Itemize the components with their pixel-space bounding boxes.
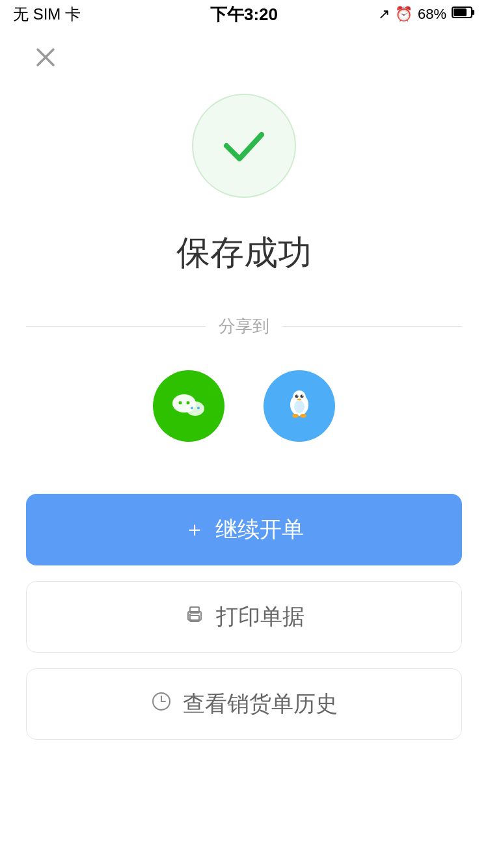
svg-point-20: [294, 400, 305, 413]
divider-right: [282, 326, 462, 327]
qq-icon: [278, 385, 320, 427]
svg-point-8: [187, 401, 190, 405]
svg-point-10: [197, 407, 200, 409]
share-label: 分享到: [219, 315, 269, 338]
divider-left: [26, 326, 206, 327]
svg-point-18: [292, 414, 299, 418]
view-history-button[interactable]: 查看销货单历史: [26, 668, 462, 740]
actions-container: ＋ 继续开单 打印单据 查看销货单历史: [0, 468, 488, 740]
print-label: 打印单据: [216, 602, 305, 632]
time-display: 下午3:20: [210, 3, 278, 26]
print-button[interactable]: 打印单据: [26, 581, 462, 653]
svg-point-9: [191, 407, 193, 409]
alarm-icon: ⏰: [395, 6, 413, 23]
history-label: 查看销货单历史: [183, 689, 338, 719]
clock-icon: [150, 690, 172, 718]
status-left: 无 SIM 卡: [13, 4, 86, 25]
print-icon: [183, 603, 206, 631]
success-title: 保存成功: [176, 230, 312, 276]
plus-icon: ＋: [184, 515, 205, 544]
continue-order-label: 继续开单: [215, 515, 304, 545]
svg-point-16: [302, 395, 303, 396]
continue-order-button[interactable]: ＋ 继续开单: [26, 494, 462, 565]
svg-rect-2: [454, 8, 467, 16]
share-icons-container: [26, 370, 462, 442]
battery-icon: [452, 6, 475, 23]
checkmark-icon: [215, 116, 273, 175]
battery-text: 68%: [418, 6, 446, 23]
svg-point-13: [295, 395, 299, 398]
wechat-share-button[interactable]: [153, 370, 224, 442]
svg-point-15: [297, 395, 298, 396]
svg-point-7: [179, 401, 182, 405]
status-bar: 无 SIM 卡 下午3:20 ↗ ⏰ 68%: [0, 0, 488, 29]
qq-share-button[interactable]: [264, 370, 335, 442]
close-button[interactable]: [26, 38, 65, 77]
share-divider: 分享到: [26, 315, 462, 338]
share-section: 分享到: [0, 315, 488, 442]
svg-point-24: [189, 614, 191, 616]
location-icon: ↗: [378, 6, 390, 23]
success-icon-circle: [192, 94, 296, 198]
svg-rect-1: [472, 10, 474, 15]
status-right: ↗ ⏰ 68%: [378, 6, 475, 23]
svg-point-14: [301, 395, 304, 398]
svg-point-19: [300, 414, 306, 418]
carrier-text: 无 SIM 卡: [13, 4, 81, 25]
wechat-icon: [168, 385, 210, 427]
main-content: 保存成功 分享到: [0, 29, 488, 740]
